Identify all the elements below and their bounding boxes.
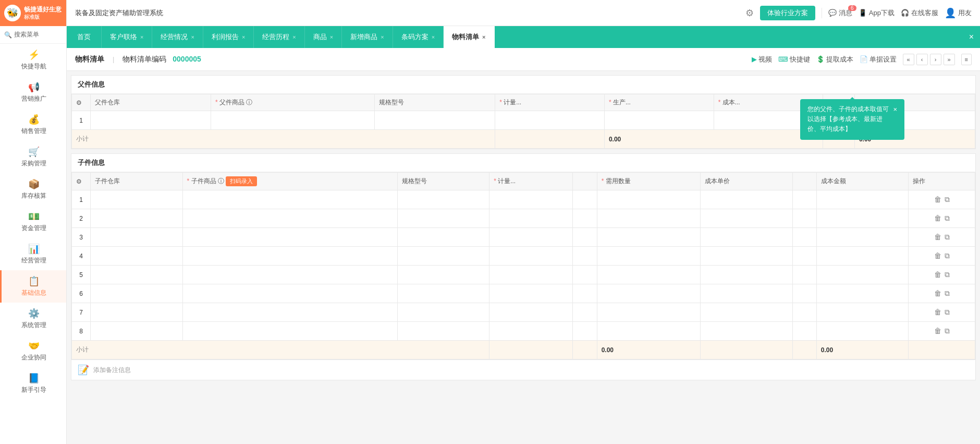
tab-profit-close[interactable]: × <box>242 34 245 40</box>
nav-last-btn[interactable]: » <box>944 54 955 65</box>
copy-icon-4[interactable]: ⧉ <box>945 251 950 260</box>
child-row-1-s <box>573 190 597 209</box>
parent-row-1-goods[interactable] <box>211 111 375 130</box>
nav-close-all[interactable]: × <box>963 32 980 42</box>
sidebar-item-sysmanage[interactable]: ⚙️ 系统管理 <box>0 303 66 335</box>
business-icon: 📊 <box>28 243 40 255</box>
message-action[interactable]: 💬 消息 6 <box>828 8 852 18</box>
sidebar-item-basicinfo[interactable]: 📋 基础信息 <box>0 270 66 303</box>
child-row-2-spec[interactable] <box>397 209 489 228</box>
child-row-1-warehouse[interactable] <box>91 190 183 209</box>
copy-icon-2[interactable]: ⧉ <box>945 214 950 223</box>
child-row-1-goods[interactable] <box>182 190 397 209</box>
child-row-1-qty[interactable] <box>597 190 700 209</box>
tab-barcode-close[interactable]: × <box>432 34 435 40</box>
tab-home[interactable]: 首页 <box>67 26 102 48</box>
sidebar-item-sales[interactable]: 💰 销售管理 <box>0 109 66 141</box>
grid-view-btn[interactable]: ≡ <box>961 54 972 65</box>
sidebar-item-guide[interactable]: 📘 新手引导 <box>0 367 66 400</box>
scan-input-btn[interactable]: 扫码录入 <box>226 176 257 186</box>
child-row-1: 1 🗑 ⧉ <box>72 190 975 209</box>
tab-bom[interactable]: 物料清单 × <box>444 26 494 48</box>
view-action[interactable]: ▶ 视频 <box>752 55 772 64</box>
sidebar-item-collab[interactable]: 🤝 企业协同 <box>0 335 66 367</box>
extract-cost-action[interactable]: 💲 提取成本 <box>816 55 853 64</box>
tab-operation-close[interactable]: × <box>191 34 194 40</box>
parent-row-1-spec[interactable] <box>375 111 495 130</box>
online-service-action[interactable]: 🎧 在线客服 <box>901 8 938 18</box>
child-col-settings[interactable]: ⚙ <box>72 173 91 190</box>
tab-profit[interactable]: 利润报告 × <box>203 26 254 48</box>
child-row-2-unit[interactable] <box>489 209 573 228</box>
tab-history-close[interactable]: × <box>292 34 296 40</box>
tab-customer[interactable]: 客户联络 × <box>102 26 152 48</box>
sidebar-item-marketing[interactable]: 📢 营销推广 <box>0 76 66 109</box>
tab-bom-close[interactable]: × <box>482 34 485 40</box>
tab-barcode[interactable]: 条码方案 × <box>393 26 444 48</box>
nav-next-btn[interactable]: › <box>930 54 941 65</box>
bom-tab-label[interactable]: 物料清单 <box>75 55 104 64</box>
delete-icon-8[interactable]: 🗑 <box>934 327 941 335</box>
copy-icon-8[interactable]: ⧉ <box>945 327 950 335</box>
child-section: 子件信息 ⚙ 子件仓库 * 子件商品 ⓘ 扫码录入 规格型号 * 计量... *… <box>71 153 976 360</box>
hint-text[interactable]: 添加备注信息 <box>93 366 131 375</box>
tab-customer-close[interactable]: × <box>140 34 143 40</box>
child-row-1-spec[interactable] <box>397 190 489 209</box>
child-row-4-num: 4 <box>72 247 91 266</box>
search-menu-item[interactable]: 🔍 搜索菜单 <box>0 26 66 44</box>
tab-goods[interactable]: 商品 × <box>305 26 342 48</box>
child-row-2-unitprice[interactable] <box>700 209 792 228</box>
sidebar-item-inventory[interactable]: 📦 库存核算 <box>0 173 66 206</box>
delete-icon-3[interactable]: 🗑 <box>934 233 941 242</box>
app-download-action[interactable]: 📱 App下载 <box>859 8 895 18</box>
nav-first-btn[interactable]: « <box>903 54 914 65</box>
child-row-2-warehouse[interactable] <box>91 209 183 228</box>
parent-section-title: 父件信息 <box>71 76 975 94</box>
delete-icon-6[interactable]: 🗑 <box>934 289 941 298</box>
copy-icon-7[interactable]: ⧉ <box>945 308 950 317</box>
parent-col-settings[interactable]: ⚙ <box>72 94 91 111</box>
delete-icon-2[interactable]: 🗑 <box>934 214 941 223</box>
user-action[interactable]: 👤 用友 <box>945 7 972 19</box>
delete-icon-4[interactable]: 🗑 <box>934 251 941 260</box>
sidebar-item-business[interactable]: 📊 经营管理 <box>0 238 66 270</box>
child-row-2-qty[interactable] <box>597 209 700 228</box>
user-icon: 👤 <box>945 7 956 19</box>
child-row-1-unit[interactable] <box>489 190 573 209</box>
parent-row-1-produce[interactable] <box>604 111 714 130</box>
child-col-spec: 规格型号 <box>397 173 489 190</box>
delete-icon-1[interactable]: 🗑 <box>934 195 941 204</box>
delete-icon-7[interactable]: 🗑 <box>934 308 941 317</box>
mobile-icon: 📱 <box>859 9 867 17</box>
tab-operation[interactable]: 经营情况 × <box>152 26 203 48</box>
tab-history[interactable]: 经营历程 × <box>254 26 304 48</box>
tooltip-close-btn[interactable]: × <box>893 104 897 115</box>
copy-icon-6[interactable]: ⧉ <box>945 289 950 298</box>
delete-icon-5[interactable]: 🗑 <box>934 270 941 279</box>
parent-row-1-warehouse[interactable] <box>91 111 211 130</box>
child-subtotal-qty: 0.00 <box>597 341 700 359</box>
nav-prev-btn[interactable]: ‹ <box>916 54 928 65</box>
parent-col-unit: * 计量... <box>495 94 605 111</box>
tab-new-goods-close[interactable]: × <box>381 34 384 40</box>
copy-icon-3[interactable]: ⧉ <box>945 233 950 242</box>
child-subtotal-label: 小计 <box>72 341 489 359</box>
shortcut-action[interactable]: ⌨ 快捷键 <box>778 55 810 64</box>
child-row-5: 5 🗑 ⧉ <box>72 266 975 284</box>
sidebar-item-quicknav[interactable]: ⚡ 快捷导航 <box>0 44 66 76</box>
system-title: 装备及固定资产辅助管理系统 <box>75 8 739 18</box>
trial-button[interactable]: 体验行业方案 <box>760 6 815 20</box>
inventory-icon: 📦 <box>28 178 40 190</box>
sidebar-item-finance[interactable]: 💵 资金管理 <box>0 206 66 238</box>
copy-icon-1[interactable]: ⧉ <box>945 195 950 204</box>
child-row-1-unitprice[interactable] <box>700 190 792 209</box>
settings-icon[interactable]: ⚙ <box>745 7 754 19</box>
copy-icon-5[interactable]: ⧉ <box>945 270 950 279</box>
tab-goods-close[interactable]: × <box>330 34 333 40</box>
child-row-2-goods[interactable] <box>182 209 397 228</box>
parent-row-1-unit[interactable] <box>495 111 605 130</box>
table-navigation: « ‹ › » <box>903 54 955 65</box>
single-setting-action[interactable]: 📄 单据设置 <box>860 55 897 64</box>
tab-new-goods[interactable]: 新增商品 × <box>342 26 393 48</box>
sidebar-item-purchase[interactable]: 🛒 采购管理 <box>0 141 66 173</box>
